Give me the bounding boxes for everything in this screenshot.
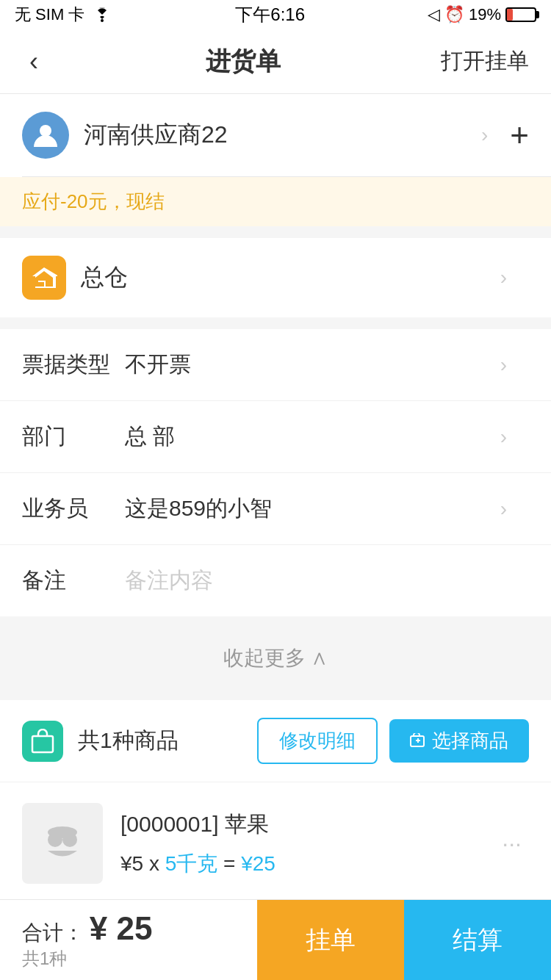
back-button[interactable]: ‹ bbox=[22, 39, 46, 84]
select-product-label: 选择商品 bbox=[432, 728, 508, 754]
salesman-value: 这是859的小智 bbox=[125, 494, 500, 524]
wifi-icon bbox=[92, 7, 112, 22]
footer: 合计： ¥ 25 共1种 挂单 结算 bbox=[0, 899, 551, 980]
products-icon bbox=[22, 721, 63, 762]
price-equals: = bbox=[223, 852, 241, 875]
home-icon bbox=[31, 264, 57, 291]
content: 河南供应商22 › + 应付-20元，现结 总仓 › 票据类型 不开票 › 部门… bbox=[0, 94, 551, 980]
footer-total-row: 合计： ¥ 25 bbox=[22, 910, 235, 947]
edit-detail-button[interactable]: 修改明细 bbox=[257, 718, 378, 764]
department-chevron-icon: › bbox=[500, 425, 507, 449]
product-code: [0000001] 苹果 bbox=[120, 812, 269, 836]
product-info: [0000001] 苹果 ¥5 x 5千克 = ¥25 bbox=[120, 810, 494, 878]
invoice-value: 不开票 bbox=[125, 350, 500, 380]
invoice-row[interactable]: 票据类型 不开票 › bbox=[0, 329, 551, 401]
products-header: 共1种商品 修改明细 选择商品 bbox=[0, 700, 551, 782]
hang-button[interactable]: 挂单 bbox=[257, 900, 404, 981]
nav-bar: ‹ 进货单 打开挂单 bbox=[0, 29, 551, 94]
cart-icon bbox=[410, 733, 426, 749]
product-name: [0000001] 苹果 bbox=[120, 810, 494, 840]
collapse-button[interactable]: 收起更多 ∧ bbox=[0, 628, 551, 688]
footer-total-label: 合计： bbox=[22, 921, 84, 944]
status-left: 无 SIM 卡 bbox=[15, 4, 112, 26]
price-base: ¥5 x bbox=[120, 852, 165, 875]
form-section: 票据类型 不开票 › 部门 总 部 › 业务员 这是859的小智 › 备注 备注… bbox=[0, 329, 551, 616]
supplier-avatar bbox=[22, 112, 69, 159]
alarm-icon: ⏰ bbox=[444, 5, 464, 24]
status-bar: 无 SIM 卡 下午6:16 ◁ ⏰ 19% bbox=[0, 0, 551, 29]
price-total: ¥25 bbox=[241, 852, 276, 875]
battery-percent: 19% bbox=[469, 5, 501, 24]
price-quantity: 5千克 bbox=[165, 852, 218, 875]
select-product-button[interactable]: 选择商品 bbox=[389, 719, 529, 763]
shopping-bag-icon bbox=[30, 729, 55, 754]
page-title: 进货单 bbox=[206, 45, 281, 79]
salesman-label: 业务员 bbox=[22, 494, 125, 524]
add-button[interactable]: + bbox=[510, 119, 529, 151]
department-label: 部门 bbox=[22, 422, 125, 452]
salesman-row[interactable]: 业务员 这是859的小智 › bbox=[0, 473, 551, 545]
battery-icon bbox=[505, 7, 536, 22]
owl-logo-icon bbox=[37, 818, 88, 869]
warehouse-name: 总仓 bbox=[81, 262, 500, 294]
remark-input[interactable]: 备注内容 bbox=[125, 566, 529, 596]
footer-total-amount: ¥ 25 bbox=[90, 910, 153, 946]
invoice-chevron-icon: › bbox=[500, 353, 507, 377]
status-time: 下午6:16 bbox=[235, 3, 305, 26]
warehouse-chevron-icon: › bbox=[500, 266, 507, 289]
product-thumbnail bbox=[22, 803, 103, 884]
product-item: [0000001] 苹果 ¥5 x 5千克 = ¥25 ··· bbox=[0, 782, 551, 905]
warehouse-row[interactable]: 总仓 › bbox=[0, 238, 551, 317]
status-right: ◁ ⏰ 19% bbox=[428, 5, 536, 24]
products-section: 共1种商品 修改明细 选择商品 bbox=[0, 700, 551, 905]
products-count: 共1种商品 bbox=[78, 726, 257, 756]
footer-total: 合计： ¥ 25 共1种 bbox=[0, 910, 257, 970]
department-row[interactable]: 部门 总 部 › bbox=[0, 401, 551, 473]
invoice-label: 票据类型 bbox=[22, 350, 125, 380]
footer-total-count: 共1种 bbox=[22, 947, 235, 970]
payment-hint: 应付-20元，现结 bbox=[0, 177, 551, 226]
supplier-chevron-icon: › bbox=[481, 123, 488, 147]
supplier-name: 河南供应商22 bbox=[84, 119, 481, 151]
product-more-button[interactable]: ··· bbox=[494, 823, 529, 865]
pay-button[interactable]: 结算 bbox=[404, 900, 551, 981]
svg-rect-2 bbox=[32, 736, 53, 752]
person-icon bbox=[31, 120, 60, 150]
signal-text: 无 SIM 卡 bbox=[15, 4, 84, 26]
location-icon: ◁ bbox=[428, 5, 440, 24]
open-hang-button[interactable]: 打开挂单 bbox=[441, 46, 529, 76]
warehouse-icon bbox=[22, 256, 66, 300]
svg-point-8 bbox=[48, 826, 77, 838]
remark-label: 备注 bbox=[22, 566, 125, 596]
salesman-chevron-icon: › bbox=[500, 497, 507, 521]
product-price: ¥5 x 5千克 = ¥25 bbox=[120, 850, 494, 878]
svg-point-0 bbox=[101, 19, 104, 22]
remark-row[interactable]: 备注 备注内容 bbox=[0, 545, 551, 616]
department-value: 总 部 bbox=[125, 422, 500, 452]
svg-point-1 bbox=[40, 125, 51, 137]
supplier-row[interactable]: 河南供应商22 › + bbox=[0, 94, 551, 176]
supplier-section: 河南供应商22 › + 应付-20元，现结 bbox=[0, 94, 551, 226]
